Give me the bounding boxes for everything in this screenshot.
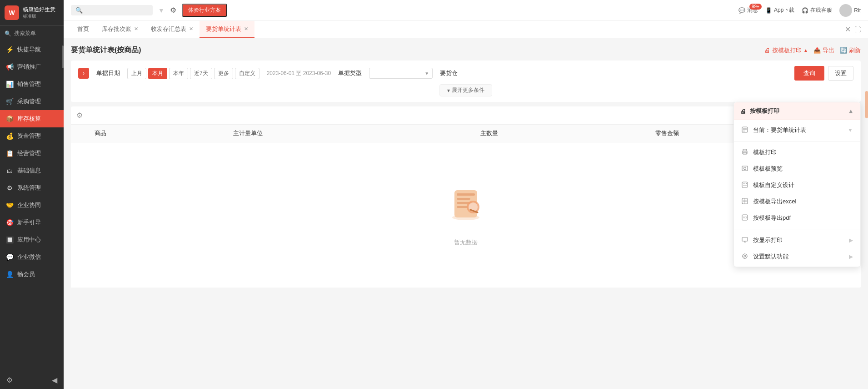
sidebar-item-system[interactable]: ⚙ 系统管理 (0, 179, 64, 197)
settings-footer-icon[interactable]: ⚙ (6, 376, 13, 384)
sidebar-search[interactable]: 🔍 搜索菜单 (0, 26, 64, 41)
user-avatar-area[interactable]: Rit (839, 4, 861, 17)
sidebar-item-member[interactable]: 👤 畅会员 (0, 266, 64, 283)
customer-service-icon: 🎧 (802, 7, 808, 14)
sidebar-nav: ⚡ 快捷导航 📢 营销推广 📊 销售管理 🛒 采购管理 📦 库存核算 💰 资金管… (0, 41, 64, 371)
dropdown-template-excel[interactable]: 按模板导出excel (734, 193, 860, 210)
filter-expand-button[interactable]: › (78, 68, 89, 79)
promo-button[interactable]: 体验行业方案 (182, 4, 227, 17)
sidebar-item-label: 基础信息 (17, 167, 41, 175)
svg-point-31 (743, 254, 747, 258)
logo-icon: W (5, 5, 19, 20)
topbar-search-input[interactable] (85, 7, 140, 14)
content-area: 要货单统计表(按商品) 🖨 按模板打印 ▲ 📤 导出 🔄 刷新 (64, 38, 868, 389)
current-template-arrow: ▼ (848, 127, 853, 133)
topbar: 🔍 ▼ ⚙ 体验行业方案 💬 消息 99+ 📱 App下载 🎧 在线客服 Rit (64, 0, 868, 21)
svg-rect-15 (743, 152, 747, 154)
print-dropdown-header: 🖨 按模板打印 ▲ (734, 102, 860, 120)
customer-service-button[interactable]: 🎧 在线客服 (802, 6, 832, 14)
print-dropdown-title: 按模板打印 (750, 107, 779, 115)
refresh-button[interactable]: 🔄 刷新 (840, 46, 861, 55)
table-settings-icon[interactable]: ⚙ (76, 111, 83, 120)
sidebar-item-purchase[interactable]: 🛒 采购管理 (0, 93, 64, 110)
right-scrollbar[interactable] (865, 91, 868, 118)
export-button[interactable]: 📤 导出 (813, 46, 834, 55)
finance-icon: 💰 (5, 132, 14, 140)
dropdown-template-preview[interactable]: 模板板预览 (734, 161, 860, 177)
print-icon: 🖨 (764, 47, 770, 54)
print-dropdown-close[interactable]: ▲ (848, 107, 854, 115)
print-template-button[interactable]: 🖨 按模板打印 ▲ (764, 46, 808, 55)
export-label: 导出 (823, 46, 834, 55)
tab-home[interactable]: 首页 (71, 21, 95, 38)
date-7days[interactable]: 近7天 (190, 68, 212, 79)
sidebar-item-marketing[interactable]: 📢 营销推广 (0, 58, 64, 76)
date-current-year[interactable]: 本年 (169, 68, 188, 79)
dropdown-current-template[interactable]: 当前：要货单统计表 ▼ (734, 122, 860, 138)
chevron-down-icon: ▾ (447, 87, 450, 94)
message-icon: 💬 (738, 7, 745, 14)
template-list-icon (741, 126, 748, 134)
dropdown-default-func[interactable]: 设置默认功能 ▶ (734, 248, 860, 265)
sidebar-item-wechat[interactable]: 💬 企业微信 (0, 248, 64, 266)
sidebar-search-label: 搜索菜单 (14, 30, 36, 37)
tab-batch-account[interactable]: 库存批次账 ✕ (95, 21, 145, 38)
query-button[interactable]: 查询 (794, 66, 824, 81)
pdf-icon: PDF (741, 214, 748, 222)
svg-rect-16 (742, 166, 748, 171)
user-name: Rit (854, 7, 861, 14)
sidebar-item-label: 营销推广 (17, 63, 41, 71)
default-func-icon (741, 253, 748, 261)
collapse-icon[interactable]: ◀ (52, 376, 57, 384)
sidebar-item-quick-nav[interactable]: ⚡ 快捷导航 (0, 41, 64, 58)
dropdown-display-print[interactable]: 按显示打印 ▶ (734, 232, 860, 248)
date-current-month[interactable]: 本月 (148, 68, 167, 79)
design-icon (741, 182, 748, 189)
filter-settings-button[interactable]: 设置 (828, 66, 853, 81)
sidebar-item-basic-info[interactable]: 🗂 基础信息 (0, 162, 64, 179)
inventory-icon: 📦 (5, 115, 14, 122)
messages-button[interactable]: 💬 消息 99+ (738, 6, 758, 14)
dropdown-template-print[interactable]: 模板打印 (734, 144, 860, 161)
sidebar-item-inventory[interactable]: 📦 库存核算 (0, 110, 64, 127)
svg-point-32 (744, 255, 746, 257)
svg-rect-28 (742, 237, 748, 241)
tab-order-stats[interactable]: 要货单统计表 ✕ (200, 21, 254, 38)
dropdown-section-print: 模板打印 模板板预览 (734, 142, 860, 228)
svg-point-17 (744, 167, 746, 169)
tab-batch-account-close[interactable]: ✕ (134, 26, 138, 32)
sidebar-item-collab[interactable]: 🤝 企业协同 (0, 197, 64, 214)
search-dropdown-icon[interactable]: ▼ (158, 7, 165, 14)
app-name: 畅康通好生意 (23, 6, 55, 14)
sidebar-item-guide[interactable]: 🎯 新手引导 (0, 214, 64, 231)
date-prev-month[interactable]: 上月 (127, 68, 146, 79)
tab-collection-summary[interactable]: 收发存汇总表 ✕ (145, 21, 200, 38)
default-func-label: 设置默认功能 (753, 253, 844, 261)
tab-collection-summary-close[interactable]: ✕ (189, 26, 193, 32)
date-custom[interactable]: 自定义 (235, 68, 259, 79)
dropdown-template-pdf[interactable]: PDF 按模板导出pdf (734, 210, 860, 226)
tab-order-stats-label: 要货单统计表 (206, 25, 241, 33)
sidebar-item-sales[interactable]: 📊 销售管理 (0, 76, 64, 93)
topbar-gear-icon[interactable]: ⚙ (170, 6, 176, 15)
marketing-icon: 📢 (5, 63, 14, 71)
expand-tabs-button[interactable]: ⛶ (854, 26, 861, 33)
tab-order-stats-close[interactable]: ✕ (244, 26, 248, 32)
sidebar-item-operations[interactable]: 📋 经营管理 (0, 145, 64, 162)
close-tab-button[interactable]: ✕ (845, 25, 851, 34)
expand-more-button[interactable]: ▾ 展开更多条件 (439, 84, 492, 96)
type-select-wrapper[interactable] (369, 68, 433, 79)
sidebar-item-app-center[interactable]: 🔲 应用中心 (0, 231, 64, 248)
dropdown-template-design[interactable]: 模板自定义设计 (734, 177, 860, 193)
tab-home-label: 首页 (77, 25, 89, 33)
default-func-arrow: ▶ (849, 253, 853, 260)
date-filter-label: 单据日期 (96, 69, 120, 77)
app-download-button[interactable]: 📱 App下载 (765, 6, 794, 14)
date-more[interactable]: 更多 (214, 68, 233, 79)
topbar-search-box[interactable]: 🔍 (71, 5, 153, 15)
refresh-icon: 🔄 (840, 47, 847, 54)
sidebar-item-finance[interactable]: 💰 资金管理 (0, 127, 64, 145)
template-print-label: 模板打印 (753, 148, 853, 157)
type-select[interactable] (369, 68, 433, 79)
type-filter-label: 单据类型 (338, 69, 362, 77)
